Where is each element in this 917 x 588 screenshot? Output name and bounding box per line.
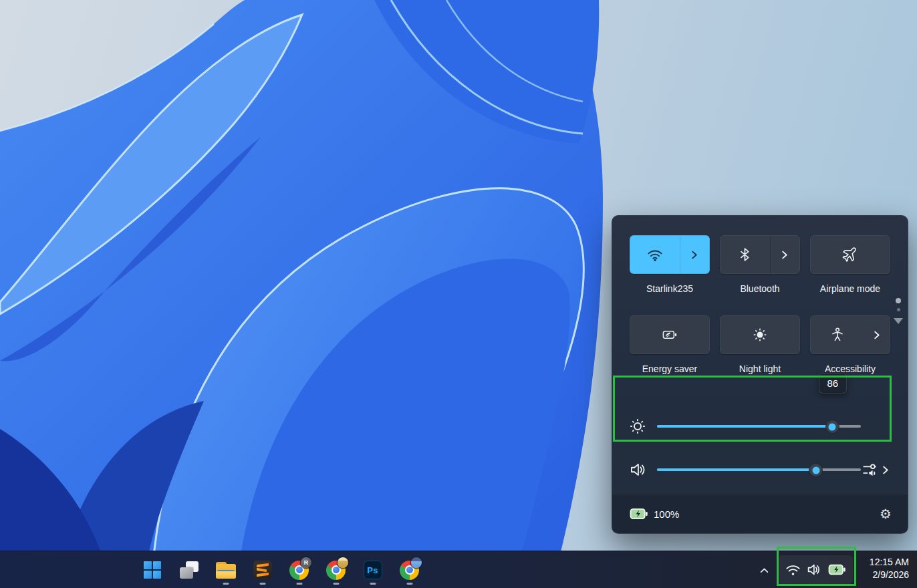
chrome-icon bbox=[400, 561, 419, 580]
page-dot-current bbox=[896, 298, 901, 303]
tile-night-light[interactable] bbox=[720, 315, 800, 354]
audio-output-icon bbox=[862, 462, 879, 478]
chrome-icon: R bbox=[289, 561, 309, 580]
wifi-icon bbox=[647, 247, 663, 263]
qs-pagination bbox=[894, 298, 903, 324]
chrome-profile-avatar bbox=[411, 557, 422, 568]
brightness-value: 86 bbox=[827, 378, 838, 389]
battery-percent-label: 100% bbox=[654, 508, 679, 520]
tile-label-bluetooth: Bluetooth bbox=[714, 283, 805, 294]
night-light-icon bbox=[752, 327, 768, 343]
tile-energy-saver[interactable] bbox=[630, 315, 710, 354]
accessibility-expand-button[interactable] bbox=[864, 316, 890, 353]
file-explorer-button[interactable] bbox=[211, 554, 241, 586]
quick-settings-panel: Starlink235 Bluetooth Airplane mode bbox=[612, 215, 908, 534]
bluetooth-expand-button[interactable] bbox=[770, 236, 799, 273]
chrome-icon bbox=[326, 561, 346, 580]
running-indicator bbox=[296, 583, 302, 585]
chrome-profile-gold-button[interactable] bbox=[321, 554, 351, 586]
brightness-fill bbox=[657, 425, 832, 428]
volume-fill bbox=[657, 468, 816, 471]
running-indicator bbox=[370, 583, 376, 585]
chrome-profile-r-button[interactable]: R bbox=[285, 554, 314, 586]
tile-label-wifi: Starlink235 bbox=[624, 283, 715, 294]
tile-label-energy-saver: Energy saver bbox=[624, 363, 715, 374]
battery-tray-icon bbox=[828, 563, 846, 576]
brightness-value-tooltip: 86 bbox=[819, 373, 847, 394]
accessibility-icon bbox=[829, 327, 845, 343]
photoshop-icon: Ps bbox=[364, 561, 382, 579]
airplane-icon bbox=[842, 247, 858, 263]
energy-saver-icon bbox=[661, 327, 678, 342]
sublime-text-button[interactable] bbox=[248, 554, 277, 586]
bluetooth-toggle[interactable] bbox=[720, 236, 770, 273]
taskbar: R Ps bbox=[0, 551, 917, 588]
brightness-row: 86 bbox=[612, 413, 908, 440]
task-view-icon bbox=[180, 561, 199, 579]
accessibility-toggle[interactable] bbox=[811, 316, 864, 353]
tile-label-night-light: Night light bbox=[714, 363, 805, 374]
chevron-right-icon bbox=[690, 251, 699, 259]
chevron-up-icon bbox=[760, 567, 769, 573]
battery-charging-icon bbox=[630, 507, 648, 521]
tile-wifi[interactable] bbox=[630, 235, 710, 274]
volume-slider[interactable] bbox=[657, 462, 861, 477]
brightness-slider[interactable]: 86 bbox=[657, 419, 861, 434]
tile-accessibility[interactable] bbox=[810, 315, 890, 354]
tile-airplane-mode[interactable] bbox=[810, 235, 890, 274]
wifi-toggle[interactable] bbox=[630, 236, 680, 273]
running-indicator bbox=[333, 583, 339, 585]
speaker-icon bbox=[629, 461, 646, 478]
volume-tray-icon bbox=[807, 562, 822, 577]
photoshop-button[interactable]: Ps bbox=[358, 554, 388, 586]
chrome-profile-avatar bbox=[338, 557, 348, 568]
desktop: Starlink235 Bluetooth Airplane mode bbox=[0, 0, 917, 588]
chrome-profile-blue-button[interactable] bbox=[395, 554, 424, 586]
tile-bluetooth[interactable] bbox=[720, 235, 800, 274]
bluetooth-icon bbox=[738, 247, 753, 262]
tile-label-airplane: Airplane mode bbox=[805, 283, 896, 294]
taskbar-clock[interactable]: 12:15 AM 2/9/2026 bbox=[870, 556, 909, 581]
clock-time: 12:15 AM bbox=[870, 556, 909, 569]
chevron-right-icon bbox=[873, 331, 882, 339]
next-page-arrow-icon[interactable] bbox=[894, 318, 903, 324]
clock-date: 2/9/2026 bbox=[870, 569, 909, 581]
wifi-expand-button[interactable] bbox=[680, 236, 709, 273]
audio-output-selector[interactable] bbox=[862, 462, 890, 478]
file-explorer-icon bbox=[216, 562, 236, 579]
chevron-right-icon bbox=[781, 251, 789, 259]
task-view-button[interactable] bbox=[174, 554, 204, 586]
running-indicator bbox=[223, 583, 229, 585]
volume-row bbox=[612, 456, 908, 483]
brightness-icon bbox=[629, 418, 646, 435]
settings-gear-icon[interactable]: ⚙ bbox=[880, 506, 892, 522]
taskbar-icons: R Ps bbox=[134, 551, 428, 588]
system-tray-quick-settings[interactable] bbox=[778, 555, 853, 584]
chrome-profile-badge: R bbox=[301, 557, 311, 568]
brightness-thumb[interactable] bbox=[825, 420, 839, 434]
sublime-text-icon bbox=[253, 561, 272, 579]
tray-overflow-button[interactable] bbox=[755, 551, 773, 588]
qs-footer: 100% ⚙ bbox=[612, 494, 908, 533]
chevron-right-icon bbox=[882, 466, 890, 474]
page-dot bbox=[897, 308, 900, 311]
tile-label-accessibility: Accessibility bbox=[805, 363, 896, 374]
running-indicator bbox=[259, 583, 265, 585]
windows-logo-icon bbox=[144, 561, 161, 579]
volume-thumb[interactable] bbox=[809, 463, 823, 477]
wifi-tray-icon bbox=[785, 562, 801, 577]
running-indicator bbox=[406, 583, 412, 585]
battery-status[interactable]: 100% bbox=[630, 507, 679, 521]
start-button[interactable] bbox=[138, 554, 167, 586]
